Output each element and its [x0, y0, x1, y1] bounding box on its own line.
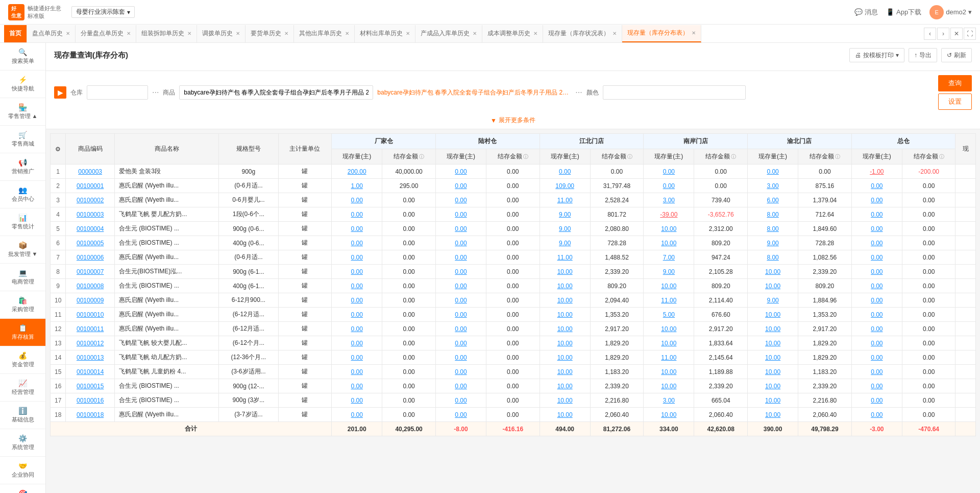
yubei-qty[interactable]: 9.00: [748, 236, 798, 250]
jiangbei-qty[interactable]: 10.00: [540, 365, 590, 379]
jiangbei-qty[interactable]: 11.00: [540, 193, 590, 207]
nanan-qty[interactable]: 10.00: [644, 336, 694, 350]
product-code[interactable]: 00100001: [66, 179, 115, 193]
factory-qty[interactable]: 0.00: [332, 379, 382, 393]
sidebar-item-guide[interactable]: 🎯 新手引导: [0, 484, 45, 493]
tab-chengpin[interactable]: 产成品入库单历史 ✕: [415, 25, 482, 42]
tab-qitachu[interactable]: 其他出库单历史 ✕: [294, 25, 355, 42]
product-code[interactable]: 00100015: [66, 379, 115, 393]
sidebar-item-wholesale[interactable]: 📦 批发管理 ▼: [0, 236, 45, 264]
product-code[interactable]: 00100010: [66, 308, 115, 322]
export-btn[interactable]: ↑ 导出: [909, 48, 937, 62]
yubei-qty[interactable]: 10.00: [748, 308, 798, 322]
nanan-qty[interactable]: 10.00: [644, 279, 694, 293]
tab-diaob[interactable]: 调拨单历史 ✕: [197, 25, 246, 42]
nanan-qty[interactable]: 7.00: [644, 250, 694, 265]
total-qty[interactable]: 0.00: [851, 408, 902, 422]
close-icon[interactable]: ✕: [612, 31, 617, 36]
total-qty[interactable]: 0.00: [851, 336, 902, 350]
total-qty[interactable]: 0.00: [851, 322, 902, 336]
total-qty[interactable]: 0.00: [851, 365, 902, 379]
tab-cailiao[interactable]: 材料出库单历史 ✕: [355, 25, 415, 42]
warehouse-more-icon[interactable]: ···: [152, 88, 159, 97]
nanan-qty[interactable]: 11.00: [644, 350, 694, 365]
close-icon[interactable]: ✕: [345, 31, 349, 36]
jiangbei-qty[interactable]: 10.00: [540, 350, 590, 365]
product-code[interactable]: 00100012: [66, 336, 115, 350]
sidebar-item-ecommerce[interactable]: 💻 电商管理: [0, 264, 45, 291]
total-qty[interactable]: 0.00: [851, 207, 902, 222]
close-icon[interactable]: ✕: [406, 31, 410, 36]
total-qty[interactable]: 0.00: [851, 179, 902, 193]
jiangbei-qty[interactable]: 10.00: [540, 308, 590, 322]
lucun-qty[interactable]: 0.00: [435, 193, 486, 207]
yubei-qty[interactable]: 10.00: [748, 408, 798, 422]
sidebar-item-operations[interactable]: 📈 经营管理: [0, 374, 45, 402]
close-icon[interactable]: ✕: [236, 31, 240, 36]
total-qty[interactable]: 0.00: [851, 222, 902, 236]
lucun-qty[interactable]: 0.00: [435, 408, 486, 422]
sidebar-item-system[interactable]: ⚙️ 系统管理: [0, 429, 45, 457]
product-code[interactable]: 00100018: [66, 408, 115, 422]
lucun-qty[interactable]: 0.00: [435, 179, 486, 193]
factory-qty[interactable]: 0.00: [332, 193, 382, 207]
close-icon[interactable]: ✕: [692, 30, 696, 36]
product-code[interactable]: 00100011: [66, 322, 115, 336]
factory-qty[interactable]: 0.00: [332, 222, 382, 236]
tab-chengbentiaoz[interactable]: 成本调整单历史 ✕: [482, 25, 543, 42]
yubei-qty[interactable]: 10.00: [748, 279, 798, 293]
sidebar-item-purchase[interactable]: 🛍️ 采购管理: [0, 291, 45, 319]
lucun-qty[interactable]: 0.00: [435, 365, 486, 379]
total-qty[interactable]: 0.00: [851, 236, 902, 250]
yubei-qty[interactable]: 8.00: [748, 207, 798, 222]
factory-qty[interactable]: 0.00: [332, 350, 382, 365]
total-qty[interactable]: 0.00: [851, 250, 902, 265]
nanan-qty[interactable]: -39.00: [644, 207, 694, 222]
factory-qty[interactable]: 0.00: [332, 279, 382, 293]
factory-qty[interactable]: 0.00: [332, 265, 382, 279]
yubei-qty[interactable]: 0.00: [748, 165, 798, 179]
yubei-qty[interactable]: 10.00: [748, 379, 798, 393]
color-input[interactable]: [603, 85, 746, 100]
jiangbei-qty[interactable]: 0.00: [540, 165, 590, 179]
table-container[interactable]: ⚙ 商品编码 商品名称 规格型号 主计量单位 厂家仓 陆村仓 江北门店 南岸门店…: [46, 129, 980, 493]
jiangbei-qty[interactable]: 10.00: [540, 393, 590, 408]
nanan-qty[interactable]: 11.00: [644, 293, 694, 308]
sidebar-item-retail-mgmt[interactable]: 🏪 零售管理 ▲: [0, 98, 45, 126]
yubei-qty[interactable]: 6.00: [748, 193, 798, 207]
product-code[interactable]: 00100009: [66, 293, 115, 308]
sidebar-item-collab[interactable]: 🤝 企业协同: [0, 457, 45, 484]
yubei-qty[interactable]: 3.00: [748, 179, 798, 193]
factory-qty[interactable]: 0.00: [332, 308, 382, 322]
tab-fenpan[interactable]: 分量盘点单历史 ✕: [76, 25, 136, 42]
close-icon[interactable]: ✕: [473, 31, 477, 36]
product-more-icon[interactable]: ···: [575, 88, 582, 97]
sidebar-item-nav[interactable]: ⚡ 快捷导航: [0, 71, 45, 98]
info-icon[interactable]: ⓘ: [731, 154, 736, 159]
jiangbei-qty[interactable]: 10.00: [540, 379, 590, 393]
lucun-qty[interactable]: 0.00: [435, 350, 486, 365]
sidebar-item-inventory[interactable]: 📋 库存核算: [0, 319, 45, 346]
app-download-btn[interactable]: 📱 App下载: [886, 8, 921, 17]
yubei-qty[interactable]: 10.00: [748, 350, 798, 365]
nanan-qty[interactable]: 9.00: [644, 265, 694, 279]
factory-qty[interactable]: 0.00: [332, 336, 382, 350]
factory-qty[interactable]: 0.00: [332, 250, 382, 265]
product-code[interactable]: 00100007: [66, 265, 115, 279]
product-code[interactable]: 00100013: [66, 350, 115, 365]
warehouse-input[interactable]: [87, 85, 148, 100]
factory-qty[interactable]: 0.00: [332, 293, 382, 308]
lucun-qty[interactable]: 0.00: [435, 279, 486, 293]
product-code[interactable]: 00100004: [66, 222, 115, 236]
total-qty[interactable]: 0.00: [851, 193, 902, 207]
user-area[interactable]: E demo2 ▾: [929, 5, 972, 19]
sidebar-item-retail-stats[interactable]: 📊 零售统计: [0, 208, 45, 236]
product-code[interactable]: 00100005: [66, 236, 115, 250]
lucun-qty[interactable]: 0.00: [435, 236, 486, 250]
message-btn[interactable]: 💬 消息: [854, 8, 878, 17]
tab-xiancunliang-fen[interactable]: 现存量（库存分布表） ✕: [622, 25, 701, 42]
filter-toggle-btn[interactable]: ▶: [54, 86, 66, 99]
product-code[interactable]: 00100014: [66, 365, 115, 379]
jiangbei-qty[interactable]: 10.00: [540, 408, 590, 422]
close-icon[interactable]: ✕: [127, 31, 131, 36]
